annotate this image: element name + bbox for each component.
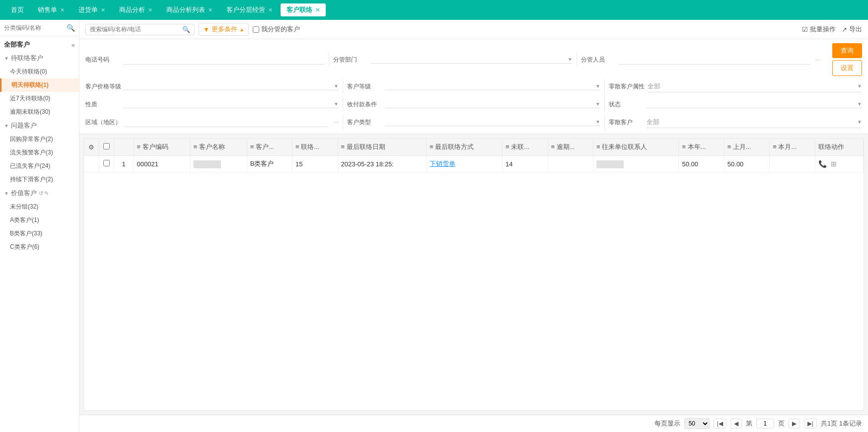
row-action-phone-icon[interactable]: 📞 xyxy=(818,160,827,168)
filter-phone-input[interactable] xyxy=(123,55,325,65)
sidebar-search-input[interactable] xyxy=(4,24,67,31)
batch-action-button[interactable]: ☑ 批量操作 xyxy=(802,25,836,34)
filter-phone: 电话号码 xyxy=(85,55,325,65)
filter-customer-level-select[interactable]: ▼ xyxy=(385,82,600,90)
per-page-select[interactable]: 50 100 200 xyxy=(684,418,710,429)
next-page-button[interactable]: ▶ xyxy=(789,419,800,429)
chevron-down-icon-5: ▼ xyxy=(334,101,339,107)
sidebar-item-7day-contact[interactable]: 近7天待联络(0) xyxy=(0,92,79,105)
row-code: 000021 xyxy=(134,156,190,172)
nav-purchase[interactable]: 进货单✕ xyxy=(72,3,111,16)
all-customers-header[interactable]: 全部客户 « xyxy=(0,36,79,51)
col-checkbox[interactable] xyxy=(99,139,114,156)
col-category[interactable]: ≡ 客户... xyxy=(247,139,292,156)
close-sales-icon[interactable]: ✕ xyxy=(60,7,65,13)
col-code[interactable]: ≡ 客户编码 xyxy=(134,139,190,156)
row-checkbox-cell[interactable] xyxy=(99,156,114,172)
filter-nature-select[interactable]: ▼ xyxy=(123,100,339,108)
col-this-month[interactable]: ≡ 本月... xyxy=(770,139,815,156)
col-settings[interactable]: ⚙ xyxy=(84,139,99,156)
col-unit-contacts[interactable]: ≡ 往来单位联系人 xyxy=(593,139,678,156)
sidebar-item-c-class[interactable]: C类客户(6) xyxy=(0,240,79,254)
filter-panel: 电话号码 分管部门 ▼ 分管人员 ··· xyxy=(79,39,868,134)
nav-product-analysis-list[interactable]: 商品分析列表✕ xyxy=(160,3,218,16)
checkbox-icon: ☑ xyxy=(802,26,808,33)
filter-row-1: 电话号码 分管部门 ▼ 分管人员 ··· xyxy=(85,43,862,76)
col-overdue[interactable]: ≡ 逾期... xyxy=(548,139,593,156)
value-group-edit-icon[interactable]: ✎ xyxy=(44,190,49,197)
sidebar-item-abnormal[interactable]: 回购异常客户(2) xyxy=(0,133,79,146)
sidebar-item-a-class[interactable]: A类客户(1) xyxy=(0,214,79,227)
filter-phone-label: 电话号码 xyxy=(85,56,120,64)
row-checkbox[interactable] xyxy=(103,160,110,166)
sidebar-item-churn-warning[interactable]: 流失预警客户(3) xyxy=(0,146,79,159)
filter-department-select[interactable]: ▼ xyxy=(371,56,573,64)
filter-payment-select[interactable]: ▼ xyxy=(385,100,600,108)
sidebar-item-b-class[interactable]: B类客户(33) xyxy=(0,227,79,240)
pagination: 每页显示 50 100 200 |◀ ◀ 第 页 ▶ ▶| 共1页 1条记录 xyxy=(79,415,868,432)
row-last-method[interactable]: 下销货单 xyxy=(427,156,503,172)
filter-region: 区域（地区） ··· xyxy=(85,118,339,127)
first-page-button[interactable]: |◀ xyxy=(714,419,726,429)
toolbar-search-icon[interactable]: 🔍 xyxy=(182,26,190,33)
col-name[interactable]: ≡ 客户名称 xyxy=(190,139,247,156)
setting-button[interactable]: 设置 xyxy=(832,60,862,76)
pending-contact-group[interactable]: 待联络客户 xyxy=(0,51,79,65)
nav-sales[interactable]: 销售单✕ xyxy=(32,3,71,16)
filter-price-level-select[interactable]: ▼ xyxy=(124,82,339,90)
page-input[interactable] xyxy=(756,419,774,429)
chevron-down-icon-2: ▼ xyxy=(334,83,339,89)
filter-status-select[interactable]: ▼ xyxy=(647,100,862,108)
sidebar-item-today-contact[interactable]: 今天待联络(0) xyxy=(0,65,79,78)
filter-customer-type-select[interactable]: ▼ xyxy=(385,118,600,126)
row-action-grid-icon[interactable]: ⊞ xyxy=(831,160,837,168)
filter-retail-customer-select[interactable]: 全部 ▼ xyxy=(647,117,862,128)
prev-page-button[interactable]: ◀ xyxy=(730,419,742,429)
filter-manager-input[interactable] xyxy=(619,55,810,65)
nav-customer-segment[interactable]: 客户分层经营✕ xyxy=(220,3,279,16)
close-customer-contact-icon[interactable]: ✕ xyxy=(315,7,320,13)
last-method-link[interactable]: 下销货单 xyxy=(430,160,455,167)
value-customer-group[interactable]: 价值客户 ↺ ✎ xyxy=(0,186,79,200)
col-last-month[interactable]: ≡ 上月... xyxy=(724,139,769,156)
sidebar-item-ungrouped[interactable]: 未分组(32) xyxy=(0,200,79,214)
col-this-year[interactable]: ≡ 本年... xyxy=(679,139,724,156)
row-not-contacted: 14 xyxy=(503,156,548,172)
filter-manager-dots[interactable]: ··· xyxy=(815,56,820,63)
sidebar-item-tomorrow-contact[interactable]: 明天待联络(1) xyxy=(0,78,79,92)
filter-region-input[interactable] xyxy=(124,118,329,127)
sidebar-search-icon[interactable]: 🔍 xyxy=(67,24,75,32)
nav-product-analysis[interactable]: 商品分析✕ xyxy=(113,3,158,16)
toolbar-search-input[interactable] xyxy=(90,26,182,33)
filter-region-label: 区域（地区） xyxy=(85,118,121,127)
col-last-date[interactable]: ≡ 最后联络日期 xyxy=(338,139,427,156)
filter-row-2: 客户价格等级 ▼ 客户等级 ▼ 零散客户属性 xyxy=(85,79,862,94)
filter-region-dots[interactable]: ··· xyxy=(334,119,339,126)
col-contacts[interactable]: ≡ 联络... xyxy=(292,139,338,156)
sidebar-item-overdue-contact[interactable]: 逾期未联络(30) xyxy=(0,105,79,119)
select-all-checkbox[interactable] xyxy=(103,143,110,149)
last-page-button[interactable]: ▶| xyxy=(804,419,817,429)
filter-manager-label: 分管人员 xyxy=(581,56,616,64)
problem-customer-group[interactable]: 问题客户 xyxy=(0,119,79,133)
sidebar-item-declining[interactable]: 持续下滑客户(2) xyxy=(0,173,79,186)
col-not-contacted[interactable]: ≡ 未联... xyxy=(503,139,548,156)
my-customers-checkbox-label[interactable]: 我分管的客户 xyxy=(253,25,300,34)
nav-home[interactable]: 首页 xyxy=(5,3,30,16)
nav-customer-contact[interactable]: 客户联络✕ xyxy=(281,3,326,16)
export-button[interactable]: ↗ 导出 xyxy=(842,25,862,34)
sidebar-item-churned[interactable]: 已流失客户(24) xyxy=(0,159,79,173)
my-customers-checkbox[interactable] xyxy=(253,26,259,33)
value-group-refresh-icon[interactable]: ↺ xyxy=(39,190,43,197)
row-last-date: 2023-05-23 18:25: xyxy=(338,156,427,172)
query-button[interactable]: 查询 xyxy=(832,43,862,58)
close-product-analysis-list-icon[interactable]: ✕ xyxy=(208,7,213,13)
close-purchase-icon[interactable]: ✕ xyxy=(101,7,105,13)
filter-retail-attr-label: 零散客户属性 xyxy=(609,82,645,91)
more-filter-button[interactable]: ▼ 更多条件 ▲ xyxy=(199,23,249,36)
close-product-analysis-icon[interactable]: ✕ xyxy=(148,7,152,13)
col-last-method[interactable]: ≡ 最后联络方式 xyxy=(427,139,503,156)
collapse-icon[interactable]: « xyxy=(72,41,75,49)
filter-retail-attr-select[interactable]: 全部 ▼ xyxy=(648,81,862,92)
close-customer-segment-icon[interactable]: ✕ xyxy=(268,7,273,13)
